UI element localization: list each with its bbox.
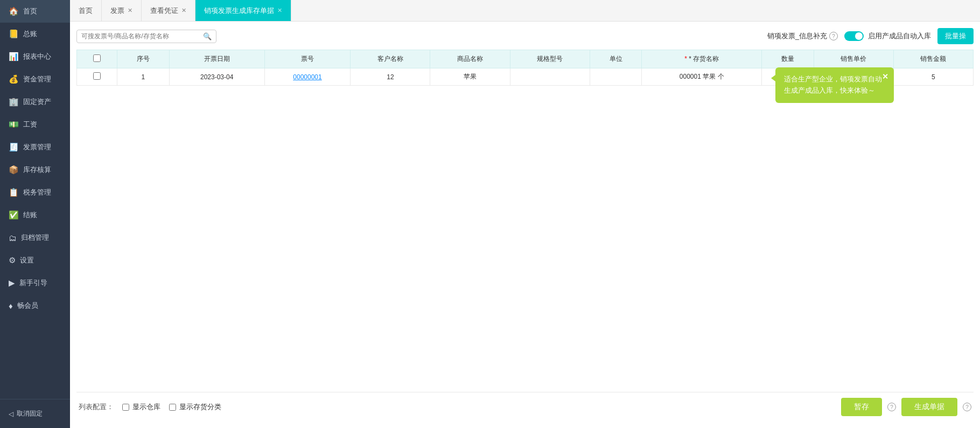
- col-number: 票号: [264, 50, 351, 68]
- search-wrap[interactable]: 🔍: [76, 30, 216, 43]
- row-product: 苹果: [430, 68, 510, 86]
- sidebar-item-close[interactable]: ✅ 结账: [0, 204, 70, 226]
- guide-icon: ▶: [9, 278, 15, 288]
- generate-button[interactable]: 生成单据: [901, 398, 957, 416]
- row-amount: 5: [893, 68, 973, 86]
- sidebar: 🏠 首页 📒 总账 📊 报表中心 💰 资金管理 🏢 固定资产 💵 工资 🧾 发票…: [0, 0, 70, 428]
- save-button[interactable]: 暂存: [841, 398, 882, 416]
- save-help-icon[interactable]: ?: [887, 403, 896, 411]
- sidebar-item-home[interactable]: 🏠 首页: [0, 0, 70, 23]
- funds-icon: 💰: [9, 74, 19, 84]
- sidebar-item-salary[interactable]: 💵 工资: [0, 113, 70, 136]
- show-warehouse-checkbox-wrap[interactable]: 显示仓库: [122, 402, 160, 412]
- tab-voucher[interactable]: 查看凭证 ✕: [142, 0, 195, 21]
- tab-bar: 首页 发票 ✕ 查看凭证 ✕ 销项发票生成库存单据 ✕: [70, 0, 980, 22]
- row-checkbox-cell: [77, 68, 117, 86]
- row-checkbox[interactable]: [93, 72, 101, 80]
- row-spec: [510, 68, 590, 86]
- home-icon: 🏠: [9, 6, 19, 16]
- col-unit-price: 销售单价: [814, 50, 893, 68]
- tax-icon: 📋: [9, 188, 19, 197]
- reports-icon: 📊: [9, 52, 19, 61]
- show-category-checkbox-wrap[interactable]: 显示存货分类: [169, 402, 221, 412]
- col-qty: 数量: [762, 50, 814, 68]
- tooltip-close-button[interactable]: ✕: [882, 71, 888, 82]
- auto-warehouse-toggle[interactable]: [844, 31, 864, 41]
- row-number-link[interactable]: 00000001: [293, 73, 321, 81]
- toolbar-row: 🔍 销项发票_信息补充 ? 启用产成品自动入库 批量操: [76, 28, 974, 44]
- info-label-wrap: 销项发票_信息补充 ?: [767, 31, 838, 41]
- sidebar-item-guide[interactable]: ▶ 新手引导: [0, 272, 70, 294]
- row-date: 2023-03-04: [169, 68, 264, 86]
- settings-icon: ⚙: [9, 256, 16, 265]
- sidebar-item-invoice[interactable]: 🧾 发票管理: [0, 136, 70, 158]
- generate-help-icon[interactable]: ?: [963, 403, 971, 411]
- sidebar-item-vip[interactable]: ♦ 畅会员: [0, 294, 70, 317]
- col-spec: 规格型号: [510, 50, 590, 68]
- row-seq: 1: [117, 68, 170, 86]
- info-help-icon[interactable]: ?: [829, 32, 838, 40]
- col-date: 开票日期: [169, 50, 264, 68]
- row-inventory: 000001 苹果 个: [642, 68, 762, 86]
- close-accounts-icon: ✅: [9, 210, 19, 220]
- col-unit: 单位: [590, 50, 642, 68]
- inventory-icon: 📦: [9, 165, 19, 175]
- ledger-icon: 📒: [9, 29, 19, 39]
- row-customer: 12: [351, 68, 430, 86]
- sidebar-bottom: ◁ 取消固定: [0, 399, 70, 428]
- sidebar-item-assets[interactable]: 🏢 固定资产: [0, 91, 70, 113]
- salary-icon: 💵: [9, 120, 19, 129]
- col-checkbox: [77, 50, 117, 68]
- assets-icon: 🏢: [9, 97, 19, 107]
- toggle-wrap: 启用产成品自动入库: [844, 31, 931, 41]
- col-product: 商品名称: [430, 50, 510, 68]
- batch-button[interactable]: 批量操: [937, 28, 974, 44]
- show-category-checkbox[interactable]: [169, 404, 176, 411]
- col-customer: 客户名称: [351, 50, 430, 68]
- main-area: 首页 发票 ✕ 查看凭证 ✕ 销项发票生成库存单据 ✕ 🔍 销项发票_信息补充 …: [70, 0, 980, 428]
- sidebar-item-inventory[interactable]: 📦 库存核算: [0, 158, 70, 181]
- archive-icon: 🗂: [9, 233, 17, 243]
- vip-icon: ♦: [9, 301, 13, 310]
- show-warehouse-checkbox[interactable]: [122, 404, 129, 411]
- sidebar-item-tax[interactable]: 📋 税务管理: [0, 181, 70, 204]
- col-seq: 序号: [117, 50, 170, 68]
- sidebar-item-funds[interactable]: 💰 资金管理: [0, 68, 70, 91]
- content-area: 🔍 销项发票_信息补充 ? 启用产成品自动入库 批量操: [70, 22, 980, 428]
- sidebar-item-reports[interactable]: 📊 报表中心: [0, 45, 70, 68]
- tab-home[interactable]: 首页: [70, 0, 102, 21]
- row-unit: [590, 68, 642, 86]
- sidebar-item-ledger[interactable]: 📒 总账: [0, 23, 70, 45]
- tab-invoice-close[interactable]: ✕: [128, 7, 132, 14]
- unpin-button[interactable]: ◁ 取消固定: [0, 404, 70, 424]
- select-all-checkbox[interactable]: [93, 54, 101, 62]
- invoice-icon: 🧾: [9, 142, 19, 152]
- col-amount: 销售金额: [893, 50, 973, 68]
- tab-voucher-close[interactable]: ✕: [181, 7, 186, 14]
- bottom-bar: 列表配置： 显示仓库 显示存货分类 暂存 ? 生成单据 ?: [76, 392, 974, 422]
- search-icon: 🔍: [203, 32, 212, 40]
- tab-sales-invoice-close[interactable]: ✕: [277, 7, 282, 14]
- col-inventory: * * 存货名称: [642, 50, 762, 68]
- sidebar-item-archive[interactable]: 🗂 归档管理: [0, 226, 70, 249]
- required-star: *: [684, 55, 687, 63]
- tab-sales-invoice[interactable]: 销项发票生成库存单据 ✕: [195, 0, 291, 21]
- row-number: 00000001: [264, 68, 351, 86]
- unpin-icon: ◁: [9, 410, 13, 418]
- tooltip-popup: ✕ 适合生产型企业，销项发票自动生成产成品入库，快来体验～: [775, 67, 894, 103]
- search-input[interactable]: [81, 32, 203, 40]
- list-config-label: 列表配置：: [79, 402, 114, 412]
- bottom-right-actions: 暂存 ? 生成单据 ?: [841, 398, 971, 416]
- tab-invoice[interactable]: 发票 ✕: [102, 0, 142, 21]
- sidebar-item-settings[interactable]: ⚙ 设置: [0, 249, 70, 272]
